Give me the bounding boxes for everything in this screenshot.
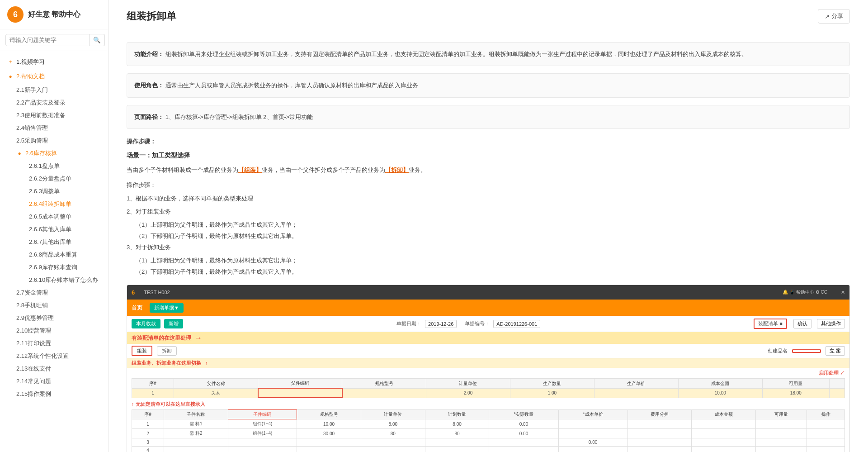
sim-disassemble-tab[interactable]: 拆卸 [157, 346, 177, 356]
table-row: 1 关木 2.00 1.00 10.00 18.00 [132, 388, 845, 398]
sim-topbar-icons: 🔔 📱 帮助中心 ⚙ CC [783, 289, 827, 295]
sim-date-field[interactable]: 2019-12-26 [425, 320, 457, 328]
circle-icon2: ● [16, 150, 23, 157]
share-button[interactable]: ↗ 分享 [818, 9, 850, 24]
circle-icon: ● [7, 73, 14, 80]
sim-assembly-list-btn[interactable]: 装配清单 ■ [754, 319, 787, 329]
step1: 1、根据不同的业务，选择不同单据的类型来处理 [127, 193, 850, 204]
sidebar-item-docs[interactable]: ● 2.帮助文档 [0, 69, 108, 84]
col-seq: 序# [132, 379, 174, 389]
step3: 3、对于拆卸业务 [127, 242, 850, 252]
sim-order-field[interactable]: AD-20191226-001 [493, 320, 540, 328]
col-parent-code: 父件编码 [258, 379, 342, 389]
sidebar-item-new-user[interactable]: 2.1新手入门 [13, 84, 108, 96]
col-qty: 生产数量 [510, 379, 594, 389]
sidebar: 6 好生意 帮助中心 🔍 + 1.视频学习 ● 2.帮助文档 2.1新手入门 2… [0, 0, 108, 452]
sidebar-item-install[interactable]: 2.2产品安装及登录 [13, 96, 108, 109]
path-text: 1、库存核算->库存管理->组装拆卸单 2、首页->常用功能 [165, 114, 313, 120]
sim-annotation3: 启用处理 ↙ [132, 370, 845, 376]
col-avail: 可用量 [762, 379, 829, 389]
sidebar-item-assemble[interactable]: 2.6.4组装拆卸单 [25, 198, 108, 210]
sim-type-row: 组装 拆卸 创建品名 立 案 [127, 344, 849, 358]
sidebar-item-online-pay[interactable]: 2.13在线支付 [13, 362, 108, 375]
logo: 6 [7, 6, 24, 23]
sidebar-item-mobile[interactable]: 2.8手机旺铺 [13, 299, 108, 312]
sim-action-btn2[interactable]: 其他操作 [817, 319, 845, 328]
sim-table-upper: 启用处理 ↙ 序# 父件名称 父件编码 规格型号 计量单位 生产数量 [127, 368, 849, 400]
sim-topbar: 6 TEST-H002 🔔 📱 帮助中心 ⚙ CC ✕ [127, 285, 849, 300]
sim-create-label: 创建品名 [768, 347, 788, 354]
ops-steps-sub-title: 操作步骤： [127, 180, 850, 190]
sidebar-item-other-in[interactable]: 2.6.6其他入库单 [25, 223, 108, 236]
scene-one-title: 场景一：加工类型选择 [127, 150, 850, 161]
function-intro-block: 功能介绍： 组装拆卸单用来处理企业组装或拆卸等加工业务，支持有固定装配清单的产品… [127, 42, 850, 66]
sidebar-item-print[interactable]: 2.11打印设置 [13, 337, 108, 350]
sidebar-item-costadj[interactable]: 2.6.5成本调整单 [25, 210, 108, 223]
table-row: 3 0.00 [132, 438, 845, 447]
col-price: 生产单价 [594, 379, 678, 389]
sim-annotation2-text: 组装业务、拆卸业务在这里切换 [132, 360, 201, 366]
col-action [829, 379, 844, 389]
sim-annotation-row1: 有装配清单的在这里处理 → [127, 332, 849, 344]
step2-2: （2）下部明细为子件明细，最终作为原材料生成其它出库单。 [136, 231, 850, 242]
sidebar-item-finance[interactable]: 2.7资金管理 [13, 286, 108, 299]
role-text: 通常由生产人员或库管人员完成拆装业务的操作，库管人员确认原材料的出库和产成品的入… [165, 82, 418, 89]
sidebar-item-inventory[interactable]: ● 2.6库存核算 [13, 147, 108, 160]
sidebar-item-faq[interactable]: 2.14常见问题 [13, 375, 108, 388]
doc-body: 功能介绍： 组装拆卸单用来处理企业组装或拆卸等加工业务，支持有固定装配清单的产品… [108, 31, 868, 452]
sim-app-id: TEST-H002 [144, 290, 170, 295]
sim-save-btn[interactable]: 本月收款 [132, 319, 160, 328]
plus-icon: + [7, 59, 14, 65]
nav-tree: + 1.视频学习 ● 2.帮助文档 2.1新手入门 2.2产品安装及登录 2.3… [0, 51, 108, 452]
inventory-subnav: 2.6.1盘点单 2.6.2分量盘点单 2.6.3调拨单 2.6.4组装拆卸单 … [13, 160, 108, 286]
sim-logo: 6 [132, 289, 135, 296]
col-cost: 成本金额 [678, 379, 762, 389]
sidebar-item-stock-err[interactable]: 2.6.10库存账本错了怎么办 [25, 274, 108, 286]
path-block: 页面路径： 1、库存核算->库存管理->组装拆卸单 2、首页->常用功能 [127, 105, 850, 129]
sim-annotation4: ↑ 无固定清单可以在这里直接录入 [132, 401, 845, 408]
col-parent-name: 父件名称 [174, 379, 258, 389]
sim-close-icon: ✕ [841, 290, 845, 295]
table-row: 4 [132, 447, 845, 452]
sidebar-item-adjust[interactable]: 2.6.3调拨单 [25, 185, 108, 198]
function-intro-text: 组装拆卸单用来处理企业组装或拆卸等加工业务，支持有固定装配清单的产品加工业务，也… [165, 51, 747, 57]
sidebar-item-sales[interactable]: 2.4销售管理 [13, 122, 108, 134]
table-row: 1 需 料1 组件(1+4) 10.00 8.00 8.00 0.00 [132, 419, 845, 429]
sidebar-item-stock-query[interactable]: 2.6.9库存账本查询 [25, 261, 108, 274]
sim-parent-table: 序# 父件名称 父件编码 规格型号 计量单位 生产数量 生产单价 成本金额 可用… [132, 378, 845, 398]
sidebar-header: 6 好生意 帮助中心 [0, 0, 108, 29]
sim-annotation2-row: 组装业务、拆卸业务在这里切换 ↑ [127, 358, 849, 368]
sim-nav-home: 首页 [132, 304, 142, 312]
search-box: 🔍 [0, 29, 108, 51]
sim-app: 6 TEST-H002 🔔 📱 帮助中心 ⚙ CC ✕ 首页 新增单据▼ 本月收… [127, 285, 849, 452]
path-label: 页面路径： [134, 114, 164, 120]
sim-parent-code-cell[interactable] [258, 388, 342, 398]
sidebar-item-partial[interactable]: 2.6.2分量盘点单 [25, 172, 108, 185]
step3-2: （2）下部明细为子件明细，最终作为产成品生成其它入库单。 [136, 266, 850, 278]
col-unit: 计量单位 [426, 379, 510, 389]
sim-toolbar: 本月收款 新增 单据日期： 2019-12-26 单据编号： AD-201912… [127, 316, 849, 332]
sidebar-item-coupon[interactable]: 2.9优惠券管理 [13, 312, 108, 324]
sidebar-item-other-out[interactable]: 2.6.7其他出库单 [25, 236, 108, 248]
search-button[interactable]: 🔍 [90, 34, 105, 46]
sidebar-item-cost-calc[interactable]: 2.6.8商品成本重算 [25, 248, 108, 261]
role-label: 使用角色： [134, 82, 164, 89]
sim-query-btn[interactable]: 立 案 [826, 346, 845, 356]
sidebar-item-video[interactable]: + 1.视频学习 [0, 55, 108, 69]
main-header: 组装拆卸单 ↗ 分享 [108, 0, 868, 31]
sim-new-btn[interactable]: 新增 [164, 319, 183, 328]
sim-assemble-tab[interactable]: 组装 [132, 346, 152, 356]
sim-create-input[interactable] [792, 349, 821, 353]
sidebar-item-stocktake[interactable]: 2.6.1盘点单 [25, 160, 108, 172]
sidebar-item-ops[interactable]: 2.10经营管理 [13, 324, 108, 337]
share-icon: ↗ [825, 13, 830, 20]
step2-1: （1）上部明细为父件明细，最终作为产成品生成其它入库单； [136, 219, 850, 231]
sim-action-btn1[interactable]: 确认 [793, 319, 811, 328]
sim-arrow-right: → [195, 334, 202, 342]
search-input[interactable] [5, 34, 90, 46]
sidebar-item-custom[interactable]: 2.12系统个性化设置 [13, 350, 108, 362]
sidebar-item-cases[interactable]: 2.15操作案例 [13, 388, 108, 400]
sim-nav-new[interactable]: 新增单据▼ [150, 303, 184, 313]
sidebar-item-purchase[interactable]: 2.5采购管理 [13, 134, 108, 147]
sidebar-item-data-prep[interactable]: 2.3使用前数据准备 [13, 109, 108, 122]
